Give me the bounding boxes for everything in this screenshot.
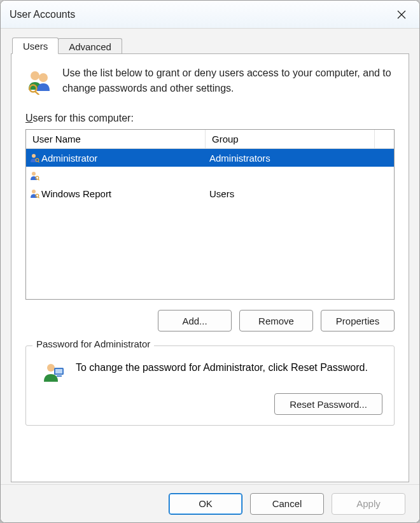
- password-groupbox: Password for Administrator To change the…: [25, 345, 395, 426]
- tabpage-users: Use the list below to grant or deny user…: [11, 53, 409, 482]
- svg-point-13: [47, 364, 55, 372]
- titlebar: User Accounts: [1, 1, 419, 29]
- password-text: To change the password for Administrator…: [76, 360, 382, 384]
- user-icon: [30, 188, 40, 199]
- tab-label: Advanced: [69, 41, 111, 52]
- listview-header: User Name Group: [26, 130, 394, 149]
- svg-point-7: [32, 172, 36, 176]
- password-user-icon: [41, 361, 64, 384]
- add-button[interactable]: Add...: [158, 310, 232, 331]
- column-header-padding: [375, 130, 394, 148]
- list-label-accel: U: [25, 113, 33, 123]
- user-buttons-row: Add... Remove Properties: [25, 310, 395, 331]
- tab-advanced[interactable]: Advanced: [58, 38, 122, 54]
- tabstrip: Users Advanced: [11, 35, 409, 54]
- ok-button[interactable]: OK: [169, 493, 242, 515]
- client-area: Users Advanced Use the lis: [1, 29, 419, 484]
- tab-label: Users: [23, 41, 48, 52]
- user-accounts-window: User Accounts Users Advanced: [0, 0, 420, 523]
- svg-rect-15: [55, 369, 62, 373]
- password-legend: Password for Administrator: [32, 338, 154, 349]
- user-group: Users: [209, 188, 234, 199]
- cancel-button[interactable]: Cancel: [250, 493, 324, 515]
- user-name: Windows Report: [41, 188, 111, 199]
- users-listview[interactable]: User Name Group Administrator: [25, 129, 395, 300]
- svg-rect-3: [34, 91, 40, 95]
- intro-row: Use the list below to grant or deny user…: [25, 66, 395, 96]
- svg-rect-16: [57, 375, 62, 377]
- close-button[interactable]: [384, 1, 419, 29]
- remove-button[interactable]: Remove: [239, 310, 313, 331]
- column-header-group[interactable]: Group: [206, 130, 375, 148]
- user-icon: [30, 171, 40, 181]
- table-row[interactable]: Administrator Administrators: [26, 149, 394, 167]
- user-group: Administrators: [209, 153, 270, 164]
- svg-point-0: [31, 71, 39, 80]
- properties-button[interactable]: Properties: [321, 310, 395, 331]
- intro-text: Use the list below to grant or deny user…: [62, 66, 395, 96]
- reset-password-button[interactable]: Reset Password...: [274, 393, 382, 415]
- column-header-username[interactable]: User Name: [26, 130, 206, 148]
- table-row[interactable]: [26, 167, 394, 185]
- svg-point-4: [32, 154, 36, 158]
- close-icon: [397, 10, 406, 19]
- svg-point-10: [32, 190, 36, 193]
- table-row[interactable]: Windows Report Users: [26, 185, 394, 202]
- user-icon: [30, 153, 40, 163]
- svg-point-1: [39, 73, 48, 82]
- users-list-label: Users for this computer:: [25, 113, 395, 124]
- listview-body: Administrator Administrators: [26, 149, 394, 299]
- window-title: User Accounts: [10, 9, 384, 20]
- user-accounts-icon: [25, 68, 52, 95]
- tab-users[interactable]: Users: [12, 38, 59, 54]
- user-name: Administrator: [41, 153, 97, 164]
- list-label-text: sers for this computer:: [33, 113, 134, 123]
- apply-button[interactable]: Apply: [332, 493, 405, 515]
- dialog-footer: OK Cancel Apply: [1, 484, 419, 522]
